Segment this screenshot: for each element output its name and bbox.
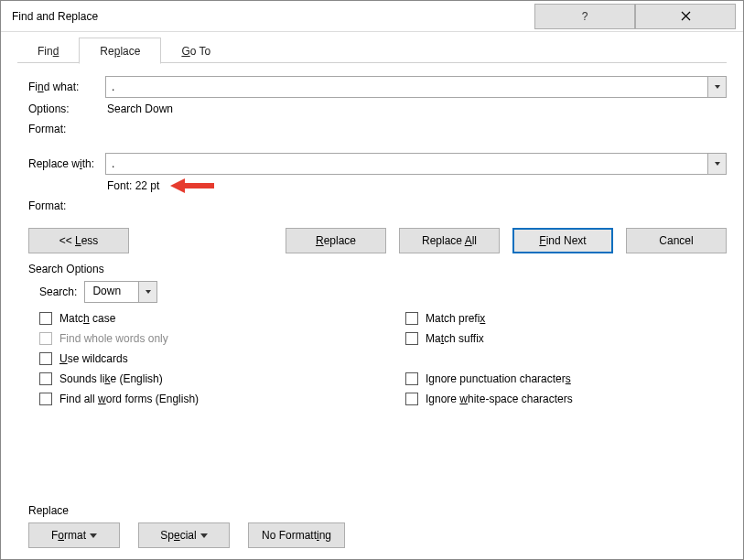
search-options-area: Search: Down Match case Fi (28, 281, 727, 405)
replace-with-dropdown[interactable] (707, 154, 726, 174)
main-buttons-row: << Less Replace Replace All Find Next Ca… (28, 228, 727, 253)
search-direction-value: Down (85, 282, 138, 302)
format-label-top: Format: (28, 123, 105, 135)
checkbox-box (405, 332, 418, 345)
options-label: Options: (28, 102, 105, 115)
find-what-input[interactable] (106, 77, 707, 97)
match-suffix-checkbox[interactable]: Match suffix (405, 332, 573, 345)
chevron-down-icon (146, 290, 151, 294)
whole-words-checkbox: Find whole words only (39, 332, 405, 345)
checkbox-label: Sounds like (English) (59, 372, 163, 385)
format-label-bottom2: Format: (28, 199, 105, 212)
tab-find[interactable]: Find (17, 38, 79, 63)
find-what-dropdown[interactable] (707, 77, 726, 97)
caret-down-icon (90, 533, 97, 538)
tab-goto[interactable]: Go To (161, 38, 231, 63)
use-wildcards-checkbox[interactable]: Use wildcards (39, 352, 405, 365)
ignore-punctuation-checkbox[interactable]: Ignore punctuation characters (405, 372, 573, 385)
checkbox-box (39, 372, 52, 385)
cancel-button[interactable]: Cancel (626, 228, 727, 253)
checkbox-box (39, 332, 52, 345)
help-button[interactable]: ? (534, 4, 635, 29)
ignore-whitespace-checkbox[interactable]: Ignore white-space characters (405, 393, 573, 405)
find-next-button[interactable]: Find Next (512, 228, 613, 253)
tab-replace[interactable]: Replace (79, 38, 161, 64)
checkbox-box (405, 372, 418, 385)
checkbox-label: Find all word forms (English) (59, 393, 199, 405)
word-forms-checkbox[interactable]: Find all word forms (English) (39, 393, 405, 405)
options-value: Search Down (105, 102, 173, 115)
find-what-label: Find what: (28, 81, 105, 93)
caret-down-icon (200, 533, 208, 538)
checkbox-box (405, 312, 418, 325)
chevron-down-icon (715, 85, 720, 89)
replace-with-input[interactable] (106, 154, 707, 174)
annotation-arrow-icon (168, 177, 214, 195)
replace-format-section: Replace Format Special No Formatting (28, 499, 727, 548)
search-options-legend: Search Options (28, 263, 727, 275)
checkbox-label: Match prefix (426, 312, 485, 325)
titlebar: Find and Replace ? (1, 1, 743, 32)
replace-all-button[interactable]: Replace All (399, 228, 500, 253)
match-case-checkbox[interactable]: Match case (39, 312, 405, 325)
question-icon: ? (582, 10, 588, 23)
checkbox-label: Use wildcards (59, 352, 128, 365)
checkbox-label: Ignore white-space characters (426, 393, 573, 405)
checkbox-box (39, 393, 52, 405)
no-formatting-button[interactable]: No Formatting (248, 522, 345, 548)
checkbox-box (405, 393, 418, 405)
dialog-title: Find and Replace (12, 10, 534, 23)
find-replace-dialog: Find and Replace ? Find Replace Go To Fi… (0, 0, 744, 560)
chevron-down-icon (715, 162, 720, 166)
search-direction-label: Search: (39, 285, 77, 298)
search-direction-select[interactable]: Down (84, 281, 157, 303)
checkbox-box (39, 352, 52, 365)
format-value-bottom: Font: 22 pt (105, 179, 159, 192)
tabs-strip: Find Replace Go To (1, 32, 743, 63)
close-icon (681, 11, 691, 21)
replace-legend: Replace (28, 504, 727, 517)
match-prefix-checkbox[interactable]: Match prefix (405, 312, 573, 325)
replace-button[interactable]: Replace (286, 228, 386, 253)
replace-panel: Find what: Options: Search Down Format: … (1, 63, 743, 415)
replace-with-label: Replace with: (28, 157, 105, 170)
sounds-like-checkbox[interactable]: Sounds like (English) (39, 372, 405, 385)
close-button[interactable] (635, 4, 736, 29)
checkbox-label: Ignore punctuation characters (426, 372, 571, 385)
checkbox-box (39, 312, 52, 325)
special-button[interactable]: Special (138, 522, 230, 548)
checkbox-label: Find whole words only (59, 332, 168, 345)
dialog-body: Find Replace Go To Find what: Options: S… (1, 32, 743, 559)
replace-with-combo[interactable] (105, 153, 727, 175)
format-button[interactable]: Format (28, 522, 120, 548)
find-what-combo[interactable] (105, 76, 727, 98)
search-direction-dropdown[interactable] (138, 282, 156, 302)
checkbox-label: Match suffix (426, 332, 484, 345)
bottom-buttons-row: Format Special No Formatting (28, 522, 727, 548)
less-button[interactable]: << Less (28, 228, 129, 253)
checkbox-label: Match case (59, 312, 115, 325)
